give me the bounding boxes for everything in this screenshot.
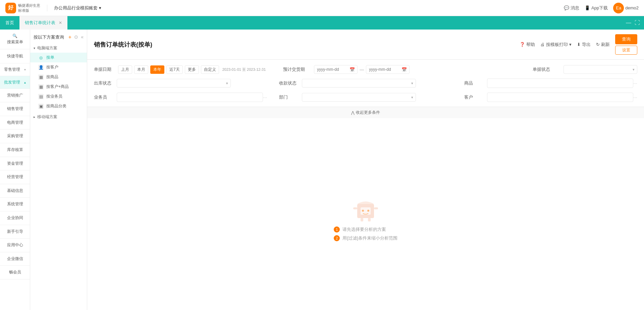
date-range-text: 2023-01-01 至 2023-12-31 bbox=[222, 67, 266, 72]
app-download-button[interactable]: 📱 App下载 bbox=[585, 5, 608, 11]
cur-year-btn[interactable]: 本年 bbox=[150, 65, 164, 74]
date-buttons-group: 上月 本月 本年 近7天 更多 自定义 2023-01-01 至 2023-12… bbox=[118, 65, 266, 74]
print-icon: 🖨 bbox=[540, 42, 545, 47]
tab-bar-right: — ⛶ bbox=[626, 20, 644, 26]
refresh-button[interactable]: ↻ 刷新 bbox=[596, 42, 610, 48]
subnav-item-by-customer[interactable]: 👤 按客户 bbox=[30, 62, 87, 72]
customer-col: 客户 ··· bbox=[464, 93, 637, 102]
stats-tab-label: 销售订单统计表 bbox=[25, 20, 55, 26]
download-icon: 📱 bbox=[585, 5, 590, 10]
empty-hints: 1 请先选择要分析的方案 2 用[过滤]条件来缩小分析范围 bbox=[334, 226, 397, 241]
grid-icon: ▦ bbox=[38, 74, 44, 80]
help-button[interactable]: ❓ 帮助 bbox=[520, 42, 535, 48]
radio-icon: ◎ bbox=[38, 55, 44, 60]
message-button[interactable]: 💬 消息 bbox=[564, 5, 579, 11]
customer-more-icon[interactable]: ··· bbox=[633, 95, 637, 100]
sidebar-item-quick-nav[interactable]: 快捷导航 bbox=[0, 49, 30, 63]
sidebar-item-wholesale[interactable]: 批发管理 ▴ bbox=[0, 76, 30, 89]
page-title: 销售订单统计表(按单) bbox=[94, 41, 152, 49]
subnav-group-mobile-title[interactable]: ▸ 移动端方案 bbox=[30, 112, 87, 121]
collapse-bar[interactable]: ⋀ 收起更多条件 bbox=[87, 107, 644, 118]
minimize-icon[interactable]: — bbox=[626, 20, 631, 26]
setting-button[interactable]: 设置 bbox=[615, 46, 637, 55]
payment-status-select[interactable] bbox=[302, 79, 416, 88]
subnav-item-by-order[interactable]: ◎ 按单 bbox=[30, 53, 87, 62]
subnav-group-desktop-title[interactable]: ▾ 电脑端方案 bbox=[30, 44, 87, 53]
add-scheme-icon[interactable]: + bbox=[68, 34, 71, 40]
sidebar-item-basic[interactable]: 基础信息 bbox=[0, 184, 30, 198]
sidebar-item-sales[interactable]: 销售管理 bbox=[0, 102, 30, 116]
hint-num-1: 1 bbox=[334, 226, 340, 232]
delivery-status-select[interactable] bbox=[117, 79, 231, 88]
sidebar-item-corp-wechat[interactable]: 企业微信 bbox=[0, 252, 30, 266]
sidebar-item-retail[interactable]: 零售管理 ▾ bbox=[0, 63, 30, 76]
sidebar-item-finance[interactable]: 资金管理 bbox=[0, 157, 30, 171]
sidebar-item-purchase[interactable]: 采购管理 bbox=[0, 130, 30, 143]
customer-input-wrap[interactable] bbox=[487, 93, 633, 102]
goods-col: 商品 ··· bbox=[464, 79, 637, 88]
subnav-item-by-category[interactable]: ▣ 按商品分类 bbox=[30, 101, 87, 111]
content-area: 按以下方案查询 + ⊙ « ▾ 电脑端方案 ◎ 按单 👤 bbox=[30, 30, 644, 310]
end-date-input[interactable] bbox=[366, 65, 410, 74]
sidebar-item-ecommerce[interactable]: 电商管理 bbox=[0, 116, 30, 130]
sidebar-item-system[interactable]: 系统管理 bbox=[0, 198, 30, 211]
cur-month-btn[interactable]: 本月 bbox=[134, 65, 148, 74]
goods-more-icon[interactable]: ··· bbox=[633, 81, 637, 86]
print-arrow-icon: ▾ bbox=[569, 42, 572, 47]
empty-hint-2: 2 用[过滤]条件来缩小分析范围 bbox=[334, 235, 397, 241]
sidebar-item-marketing[interactable]: 营销推广 bbox=[0, 89, 30, 103]
collapse-subnav-icon[interactable]: « bbox=[81, 34, 84, 40]
tab-close-icon[interactable]: ✕ bbox=[59, 20, 62, 25]
subnav-item-by-salesman[interactable]: ▤ 按业务员 bbox=[30, 92, 87, 101]
svg-point-3 bbox=[367, 210, 369, 212]
table-icon: ▣ bbox=[38, 104, 44, 109]
main-layout: 🔍 搜索菜单 快捷导航 零售管理 ▾ 批发管理 ▴ 营销推广 销售管理 电商管理… bbox=[0, 30, 644, 310]
more-btn[interactable]: 更多 bbox=[185, 65, 199, 74]
subnav-item-by-goods[interactable]: ▦ 按商品 bbox=[30, 72, 87, 82]
sidebar-item-corp[interactable]: 企业协同 bbox=[0, 211, 30, 225]
sidebar-search[interactable]: 🔍 搜索菜单 bbox=[0, 30, 30, 49]
logo-text: 畅捷通好生意 标准版 bbox=[18, 3, 40, 13]
company-selector[interactable]: 办公用品行业模拟账套 ▾ bbox=[54, 5, 101, 11]
salesman-col: 业务员 ··· bbox=[94, 93, 267, 102]
sidebar-item-newbie[interactable]: 新手引导 bbox=[0, 225, 30, 239]
subnav-item-by-customer-goods[interactable]: ▦ 按客户+商品 bbox=[30, 82, 87, 92]
export-button[interactable]: ⬇ 导出 bbox=[577, 42, 591, 48]
status-select[interactable] bbox=[564, 65, 637, 74]
custom-btn[interactable]: 自定义 bbox=[201, 65, 219, 74]
tab-stats[interactable]: 销售订单统计表 ✕ bbox=[19, 16, 67, 30]
hint-num-2: 2 bbox=[334, 235, 340, 241]
payment-status-label: 收款状态 bbox=[279, 80, 299, 86]
salesman-label: 业务员 bbox=[94, 94, 114, 100]
edit-scheme-icon[interactable]: ⊙ bbox=[74, 34, 78, 40]
last7-btn[interactable]: 近7天 bbox=[166, 65, 183, 74]
prev-month-btn[interactable]: 上月 bbox=[118, 65, 132, 74]
page-header-top: 销售订单统计表(按单) ❓ 帮助 🖨 按模板打印 ▾ ⬇ bbox=[94, 34, 637, 55]
sidebar-item-app-center[interactable]: 应用中心 bbox=[0, 239, 30, 252]
payment-status-col: 收款状态 ▾ bbox=[279, 79, 452, 88]
start-date-input[interactable] bbox=[314, 65, 358, 74]
start-date-wrap: 📅 bbox=[314, 65, 358, 74]
collapse-icon: ⋀ bbox=[351, 110, 355, 115]
sidebar-item-operations[interactable]: 经营管理 bbox=[0, 170, 30, 184]
expected-date-inputs: 📅 — 📅 bbox=[314, 65, 522, 74]
avatar: Ea bbox=[613, 3, 624, 13]
tab-home[interactable]: 首页 bbox=[0, 16, 19, 30]
empty-state: 1 请先选择要分析的方案 2 用[过滤]条件来缩小分析范围 bbox=[87, 123, 644, 310]
query-button[interactable]: 查询 bbox=[615, 34, 637, 44]
subnav-group-mobile: ▸ 移动端方案 bbox=[30, 112, 87, 121]
goods-input-wrap[interactable] bbox=[487, 79, 633, 88]
customer-label: 客户 bbox=[464, 94, 484, 100]
department-select[interactable] bbox=[302, 93, 416, 102]
sidebar-item-member[interactable]: 畅会员 bbox=[0, 266, 30, 279]
user-avatar-area[interactable]: Ea demo2 bbox=[613, 3, 639, 13]
sub-nav-title: 按以下方案查询 bbox=[34, 34, 64, 40]
sub-nav: 按以下方案查询 + ⊙ « ▾ 电脑端方案 ◎ 按单 👤 bbox=[30, 30, 87, 310]
status-select-wrap: ▾ bbox=[564, 65, 637, 74]
print-button[interactable]: 🖨 按模板打印 ▾ bbox=[540, 42, 572, 48]
expand-icon[interactable]: ⛶ bbox=[635, 20, 640, 26]
salesman-input-wrap[interactable] bbox=[117, 93, 263, 102]
top-nav-left: 好 畅捷通好生意 标准版 办公用品行业模拟账套 ▾ bbox=[5, 3, 101, 13]
sidebar-item-inventory[interactable]: 库存核算 bbox=[0, 143, 30, 157]
salesman-more-icon[interactable]: ··· bbox=[263, 95, 267, 100]
